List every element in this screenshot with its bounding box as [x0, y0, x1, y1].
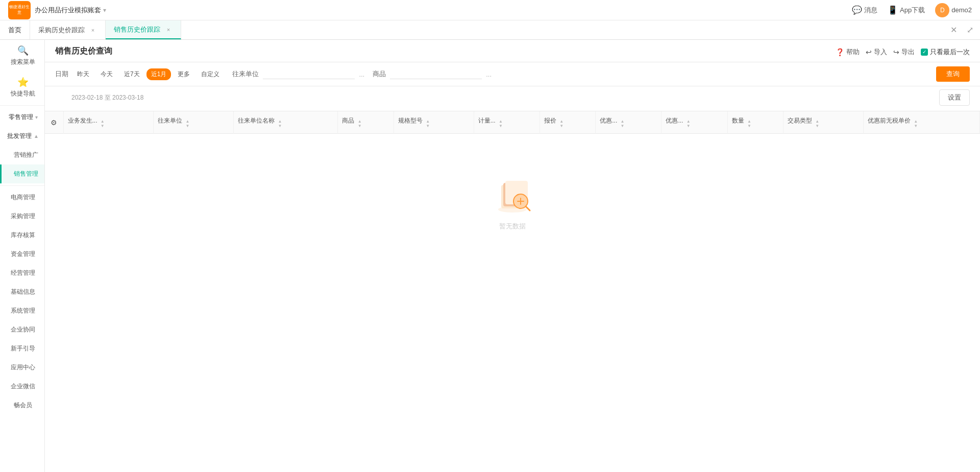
import-icon: ↩	[866, 48, 872, 56]
help-btn[interactable]: ❓ 帮助	[836, 48, 860, 57]
page-title: 销售历史价查询	[55, 46, 112, 57]
col-partner-name[interactable]: 往来单位名称 ▲▼	[234, 111, 338, 134]
date-btn-more[interactable]: 更多	[173, 68, 194, 80]
sort-no-tax-price[interactable]: ▲▼	[914, 120, 918, 128]
close-all-tabs-btn[interactable]: ✕	[947, 24, 960, 36]
app-selector[interactable]: 办公用品行业模拟账套 ▾	[35, 6, 106, 15]
col-spec[interactable]: 规格型号 ▲▼	[394, 111, 474, 134]
table-settings-icon[interactable]: ⚙	[51, 119, 57, 127]
quick-nav-icon: ⭐	[17, 77, 29, 88]
tab-home[interactable]: 首页	[0, 20, 30, 39]
export-icon: ↪	[893, 48, 899, 56]
col-biz-date[interactable]: 业务发生... ▲▼	[63, 111, 154, 134]
tabbar-actions: ✕ ⤢	[943, 20, 980, 39]
sidebar-item-new-guide[interactable]: 新手引导	[0, 339, 44, 358]
goods-input[interactable]	[390, 69, 482, 79]
sidebar-item-marketing[interactable]: 营销推广	[0, 146, 44, 164]
logo-text: 畅捷通好生意	[8, 5, 31, 15]
dropdown-icon[interactable]: ▾	[103, 7, 106, 14]
import-btn[interactable]: ↩ 导入	[866, 48, 887, 57]
date-btn-yesterday[interactable]: 昨天	[72, 68, 94, 80]
sort-spec[interactable]: ▲▼	[426, 120, 430, 128]
col-no-tax-price[interactable]: 优惠前无税单价 ▲▼	[863, 111, 979, 134]
sort-goods[interactable]: ▲▼	[358, 120, 362, 128]
col-goods[interactable]: 商品 ▲▼	[338, 111, 394, 134]
sidebar-item-search-menu[interactable]: 🔍 搜索菜单	[0, 40, 44, 72]
sidebar-item-inventory[interactable]: 库存核算	[0, 226, 44, 245]
sidebar-item-wholesale-mgmt[interactable]: 批发管理 ▲	[0, 127, 44, 146]
tab-sales-history[interactable]: 销售历史价跟踪 ×	[106, 20, 181, 39]
only-last-checkbox-group[interactable]: ✓ 只看最后一次	[921, 48, 970, 57]
date-btn-custom[interactable]: 自定义	[197, 68, 224, 80]
maximize-btn[interactable]: ⤢	[964, 24, 976, 36]
col-discount1[interactable]: 优惠... ▲▼	[596, 111, 662, 134]
partner-filter-group: 往来单位 ...	[232, 69, 364, 79]
sort-discount1[interactable]: ▲▼	[621, 120, 625, 128]
col-unit[interactable]: 计量... ▲▼	[474, 111, 540, 134]
tab-purchase-close[interactable]: ×	[89, 26, 97, 34]
col-settings[interactable]: ⚙	[45, 111, 63, 134]
col-partner-code[interactable]: 往来单位 ▲▼	[154, 111, 234, 134]
sidebar-item-operations[interactable]: 经营管理	[0, 264, 44, 282]
table-container: ⚙ 业务发生... ▲▼ 往来单位 ▲▼ 往来单位名称 ▲▼	[45, 111, 980, 472]
sidebar-item-finance[interactable]: 资金管理	[0, 245, 44, 264]
sales-mgmt-label: 销售管理	[14, 170, 38, 178]
sidebar-item-sales-mgmt[interactable]: 销售管理	[0, 164, 44, 183]
logo: 畅捷通好生意	[8, 1, 31, 19]
col-qty[interactable]: 数量 ▲▼	[727, 111, 783, 134]
sidebar-item-enterprise-wechat[interactable]: 企业微信	[0, 377, 44, 396]
user-menu[interactable]: D demo2	[935, 3, 972, 17]
content: 销售历史价查询 ❓ 帮助 ↩ 导入 ↪ 导出	[45, 40, 980, 472]
sidebar-item-enterprise-collab[interactable]: 企业协同	[0, 320, 44, 339]
sidebar-item-ecommerce[interactable]: 电商管理	[0, 188, 44, 207]
app-center-label: 应用中心	[11, 363, 35, 372]
main-layout: 🔍 搜索菜单 ⭐ 快捷导航 零售管理 ▾ 批发管理 ▲ 营销推广 销售管理 电商…	[0, 40, 980, 472]
avatar: D	[935, 3, 949, 17]
col-trade-type[interactable]: 交易类型 ▲▼	[783, 111, 863, 134]
goods-filter-label: 商品	[373, 69, 386, 79]
sidebar-item-basic-info[interactable]: 基础信息	[0, 282, 44, 301]
help-label: 帮助	[846, 48, 860, 57]
export-btn[interactable]: ↪ 导出	[893, 48, 915, 57]
date-btn-today[interactable]: 今天	[96, 68, 117, 80]
wholesale-mgmt-label: 批发管理	[7, 132, 32, 140]
member-label: 畅会员	[14, 401, 32, 410]
enterprise-wechat-label: 企业微信	[11, 382, 35, 391]
setting-button[interactable]: 设置	[939, 89, 970, 106]
tab-purchase-history[interactable]: 采购历史价跟踪 ×	[30, 20, 106, 39]
sort-quote[interactable]: ▲▼	[559, 120, 564, 128]
message-btn[interactable]: 💬 消息	[852, 5, 877, 15]
sort-biz-date[interactable]: ▲▼	[101, 120, 105, 128]
date-btn-7days[interactable]: 近7天	[119, 68, 144, 80]
sort-discount2[interactable]: ▲▼	[687, 120, 691, 128]
filter-bar: 日期 昨天 今天 近7天 近1月 更多 自定义 往来单位 ...	[45, 62, 980, 86]
sidebar-item-purchase-mgmt[interactable]: 采购管理	[0, 207, 44, 226]
sort-qty[interactable]: ▲▼	[747, 120, 751, 128]
sidebar-item-member[interactable]: 畅会员	[0, 396, 44, 415]
sort-partner-name[interactable]: ▲▼	[278, 120, 282, 128]
retail-mgmt-label: 零售管理	[9, 113, 33, 122]
goods-ellipsis[interactable]: ...	[486, 70, 492, 78]
query-button[interactable]: 查询	[936, 66, 970, 82]
sort-unit[interactable]: ▲▼	[499, 120, 503, 128]
sidebar-item-quick-nav[interactable]: ⭐ 快捷导航	[0, 72, 44, 103]
sort-trade-type[interactable]: ▲▼	[815, 120, 819, 128]
only-last-checkbox[interactable]: ✓	[921, 49, 928, 56]
partner-ellipsis[interactable]: ...	[359, 70, 364, 78]
date-btn-1month[interactable]: 近1月	[146, 68, 172, 80]
data-table: ⚙ 业务发生... ▲▼ 往来单位 ▲▼ 往来单位名称 ▲▼	[45, 111, 980, 134]
sort-partner-code[interactable]: ▲▼	[186, 120, 190, 128]
tab-sales-close[interactable]: ×	[164, 26, 173, 34]
app-download-btn[interactable]: 📱 App下载	[888, 5, 925, 15]
col-quote[interactable]: 报价 ▲▼	[540, 111, 595, 134]
sidebar-item-system[interactable]: 系统管理	[0, 301, 44, 320]
partner-input[interactable]	[263, 69, 355, 79]
date-buttons: 昨天 今天 近7天 近1月 更多 自定义	[72, 68, 224, 80]
goods-filter-group: 商品 ...	[373, 69, 492, 79]
col-discount2[interactable]: 优惠... ▲▼	[662, 111, 727, 134]
sidebar-item-retail-mgmt[interactable]: 零售管理 ▾	[0, 108, 44, 127]
sidebar: 🔍 搜索菜单 ⭐ 快捷导航 零售管理 ▾ 批发管理 ▲ 营销推广 销售管理 电商…	[0, 40, 45, 472]
sidebar-item-app-center[interactable]: 应用中心	[0, 358, 44, 377]
tab-sales-history-label: 销售历史价跟踪	[114, 25, 160, 34]
topbar-left: 畅捷通好生意 办公用品行业模拟账套 ▾	[8, 1, 106, 19]
